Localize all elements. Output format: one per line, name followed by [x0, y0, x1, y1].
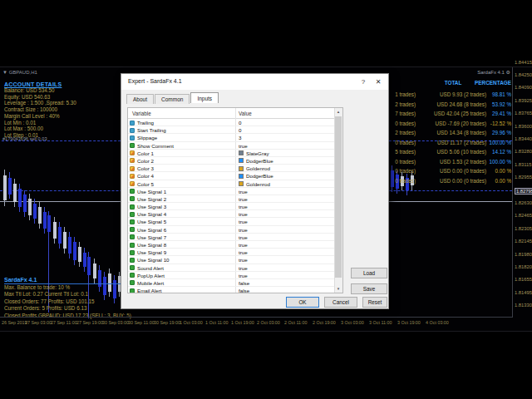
time-axis-label[interactable]: 1 Oct 19:00	[231, 320, 254, 325]
price-axis-label[interactable]: 1.83765	[515, 111, 532, 116]
time-axis-label[interactable]: 3 Oct 03:00	[341, 320, 364, 325]
table-row[interactable]: Use Signal 8true	[128, 241, 337, 249]
table-row[interactable]: Use Signal 7true	[128, 234, 337, 241]
table-row[interactable]: PopUp Alerttrue	[128, 272, 337, 279]
variable-value[interactable]: true	[239, 204, 248, 209]
table-row[interactable]: Use Signal 4true	[128, 210, 337, 218]
variable-value[interactable]: true	[239, 189, 248, 195]
save-button[interactable]: Save	[351, 283, 387, 294]
variable-value[interactable]: Goldenrod	[246, 181, 270, 187]
variable-value[interactable]: DodgerBlue	[246, 158, 273, 164]
dialog-titlebar[interactable]: Expert - SardaFx 4.1 ? ✕	[121, 74, 388, 90]
price-axis-label[interactable]: 1.82305	[515, 226, 532, 231]
variable-value[interactable]: true	[239, 257, 248, 263]
table-row[interactable]: Use Signal 5true	[128, 218, 337, 225]
variable-value[interactable]: 0	[239, 120, 241, 126]
price-axis-label[interactable]: 1.81330	[515, 303, 532, 308]
time-axis-label[interactable]: 2 Oct 03:00	[257, 320, 280, 325]
table-row[interactable]: Slippage3	[128, 134, 337, 141]
time-axis-label[interactable]: 27 Sep 03:00	[25, 320, 52, 325]
table-row[interactable]: Use Signal 6true	[128, 226, 337, 234]
time-axis-label[interactable]: 30 Sep 11:00	[128, 320, 155, 325]
tab-about[interactable]: About	[126, 94, 154, 104]
variable-value[interactable]: true	[239, 249, 248, 255]
price-axis-label[interactable]: 1.83115	[515, 162, 532, 167]
time-axis-label[interactable]: 2 Oct 19:00	[313, 320, 336, 325]
time-axis-label[interactable]: 27 Sep 11:00	[51, 320, 77, 325]
price-axis-label[interactable]: 1.82955	[515, 175, 532, 180]
price-axis-label[interactable]: 1.83925	[515, 98, 532, 103]
table-row[interactable]: Use Signal 9true	[128, 249, 337, 256]
time-axis[interactable]: 26 Sep 201927 Sep 03:0027 Sep 11:0027 Se…	[0, 318, 513, 330]
variable-value[interactable]: true	[239, 242, 248, 248]
table-row[interactable]: Use Signal 1true	[128, 188, 337, 195]
price-axis-label[interactable]: 1.83440	[515, 136, 532, 141]
scroll-down-icon[interactable]: ▾	[335, 285, 342, 293]
price-axis-label[interactable]: 1.83280	[515, 149, 532, 154]
time-axis-label[interactable]: 4 Oct 03:00	[426, 320, 449, 325]
price-axis-label[interactable]: 1.81820	[515, 264, 532, 269]
price-axis-label[interactable]: 1.84415	[515, 60, 532, 65]
price-axis-label[interactable]: 1.82145	[515, 239, 532, 244]
variable-value[interactable]: false	[239, 280, 249, 286]
variable-value[interactable]: Goldenrod	[246, 165, 270, 171]
variable-value[interactable]: true	[239, 219, 248, 224]
time-axis-label[interactable]: 27 Sep 19:00	[76, 320, 103, 325]
time-axis-label[interactable]: 2 Oct 11:00	[284, 320, 307, 325]
price-axis-label[interactable]: 1.84090	[515, 85, 532, 90]
table-row[interactable]: Mobile Alertfalse	[128, 279, 337, 287]
time-axis-label[interactable]: 3 Oct 19:00	[397, 320, 421, 325]
table-row[interactable]: Email Alertfalse	[128, 287, 337, 293]
time-axis-label[interactable]: 3 Oct 11:00	[369, 320, 392, 325]
variable-value[interactable]: DodgerBlue	[246, 173, 273, 179]
scrollbar-thumb[interactable]	[335, 116, 342, 278]
variable-value[interactable]: true	[239, 227, 248, 233]
variable-value[interactable]: true	[239, 143, 248, 149]
time-axis-label[interactable]: 30 Sep 03:00	[102, 320, 129, 325]
variable-value[interactable]: true	[239, 273, 248, 278]
variable-value[interactable]: false	[239, 288, 249, 293]
table-row[interactable]: Sound Alerttrue	[128, 264, 337, 272]
close-icon[interactable]: ✕	[372, 76, 385, 87]
variable-value[interactable]: true	[239, 265, 248, 271]
time-axis-label[interactable]: 1 Oct 11:00	[205, 320, 228, 325]
ok-button[interactable]: OK	[286, 297, 319, 308]
inputs-scrollbar[interactable]: ▴ ▾	[334, 108, 342, 293]
table-row[interactable]: Color 3Goldenrod	[128, 165, 337, 172]
table-row[interactable]: Use Signal 3true	[128, 203, 337, 210]
collapse-triangle-icon[interactable]: ▼	[2, 70, 7, 75]
time-axis-label[interactable]: 26 Sep 2019	[2, 320, 27, 325]
current-price-tag[interactable]: 1.82795	[515, 188, 532, 195]
variable-value[interactable]: 3	[239, 135, 241, 140]
price-axis-label[interactable]: 1.83600	[515, 124, 532, 129]
cancel-button[interactable]: Cancel	[324, 297, 357, 308]
reset-button[interactable]: Reset	[362, 297, 387, 308]
time-axis-label[interactable]: 1 Oct 03:00	[180, 320, 203, 325]
price-axis-label[interactable]: 1.84250	[515, 72, 532, 77]
table-row[interactable]: Use Signal 2true	[128, 195, 337, 203]
variable-value[interactable]: true	[239, 196, 248, 202]
table-row[interactable]: Show Commenttrue	[128, 142, 337, 150]
table-row[interactable]: Color 4DodgerBlue	[128, 172, 337, 180]
variable-value[interactable]: true	[239, 234, 248, 240]
variable-value[interactable]: SlateGray	[246, 150, 269, 156]
column-header-value[interactable]: Value	[239, 111, 252, 116]
variable-value[interactable]: 0	[239, 127, 241, 133]
table-row[interactable]: Color 1SlateGray	[128, 150, 337, 157]
help-button[interactable]: ?	[357, 76, 370, 87]
load-button[interactable]: Load	[351, 268, 387, 278]
price-axis-label[interactable]: 1.82630	[515, 200, 532, 205]
time-axis-label[interactable]: 30 Sep 19:00	[154, 320, 180, 325]
price-axis-label[interactable]: 1.81980	[515, 252, 532, 257]
table-row[interactable]: Color 5Goldenrod	[128, 180, 337, 188]
price-axis-label[interactable]: 1.81495	[515, 290, 532, 295]
variable-value[interactable]: true	[239, 211, 248, 217]
table-row[interactable]: Color 2DodgerBlue	[128, 157, 337, 165]
table-row[interactable]: Use Signal 10true	[128, 256, 337, 264]
table-row[interactable]: Trailing0	[128, 119, 337, 126]
scroll-up-icon[interactable]: ▴	[335, 108, 342, 116]
column-header-variable[interactable]: Variable	[132, 111, 151, 116]
tab-common[interactable]: Common	[155, 94, 190, 104]
price-axis-label[interactable]: 1.81655	[515, 277, 532, 282]
table-row[interactable]: Start Trailing0	[128, 126, 337, 134]
